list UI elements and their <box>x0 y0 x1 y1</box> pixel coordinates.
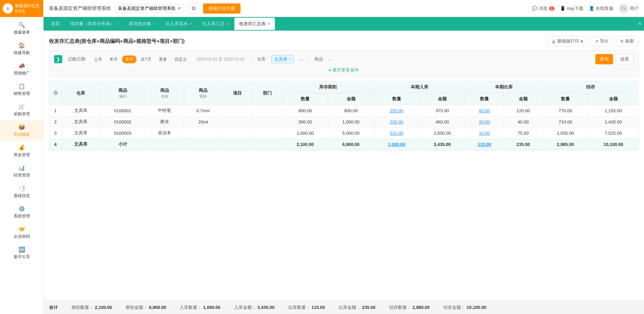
experience-btn[interactable]: 体验行业方案 <box>203 3 241 14</box>
query-label: 查询 <box>600 56 609 62</box>
th-gear[interactable]: ⚙ <box>49 81 62 105</box>
tab-home[interactable]: 首页 <box>46 18 65 30</box>
user-menu[interactable]: Ea 用户 <box>619 4 639 13</box>
gear-button[interactable]: ⚙ <box>188 3 199 14</box>
tab-inout-sum[interactable]: 出入库汇总 × <box>198 18 234 30</box>
subtotal-in-qty[interactable]: 1,000.00 <box>374 139 419 150</box>
tab-stock-dist-close[interactable]: × <box>116 21 119 26</box>
tab-batch-close[interactable]: × <box>153 21 155 26</box>
th-group-opening: 库存期初 <box>282 81 374 93</box>
date-btn-this-month[interactable]: 本月 <box>106 55 121 63</box>
row1-dept <box>252 105 282 116</box>
sidebar-item-purchase[interactable]: 🛒 采购管理 <box>0 100 43 120</box>
marketing-icon: 📣 <box>18 63 25 69</box>
tab-inout-flow[interactable]: 出入库流水 × <box>161 18 197 30</box>
sidebar-item-corp[interactable]: 🤝 企业协同 <box>0 222 43 243</box>
table-gear-icon[interactable]: ⚙ <box>53 90 58 96</box>
tab-inout-flow-close[interactable]: × <box>190 21 192 26</box>
date-btn-last-month[interactable]: 上月 <box>91 55 105 63</box>
row1-out-qty[interactable]: 80.00 <box>465 105 504 116</box>
sidebar-item-system[interactable]: ⚙️ 系统管理 <box>0 202 43 222</box>
goods-more[interactable]: ··· <box>329 56 332 63</box>
subtotal-bal-amt: 10,100.00 <box>588 139 638 150</box>
date-btn-custom[interactable]: 自定义 <box>171 55 190 63</box>
sidebar-item-finance[interactable]: 💰 资金管理 <box>0 141 43 161</box>
row1-code: 0100001 <box>100 105 145 116</box>
sidebar-item-quick-label: 快捷导航 <box>14 50 30 56</box>
app-icon: 📱 <box>560 6 565 11</box>
tabs-bar: 首页 现存量（库存分布表） × 库存批次账 × 出入库流水 × 出入库汇总 × … <box>44 17 644 31</box>
user-label: 用户 <box>630 5 639 12</box>
th-group-in: 本期入库 <box>374 81 465 93</box>
sidebar-item-sales[interactable]: 📋 销售管理 <box>0 80 43 100</box>
inventory-icon: 📦 <box>18 124 25 130</box>
print-icon: 🖨 <box>551 39 556 44</box>
row3-in-qty[interactable]: 520.00 <box>374 128 419 139</box>
sidebar-nav: 🔍 搜索菜单 🏠 快捷导航 📣 营销推广 📋 销售管理 🛒 采购管理 📦 库存核… <box>0 17 43 314</box>
sidebar-item-quick[interactable]: 🏠 快捷导航 <box>0 39 43 59</box>
row1-out-amt: 120.00 <box>504 105 543 116</box>
settings-btn[interactable]: 设置 <box>616 54 633 64</box>
sidebar-item-guide[interactable]: 🆕 新手引导 <box>0 243 43 263</box>
tab-recv-sum[interactable]: 收发存汇总表 × <box>234 18 275 30</box>
system-select[interactable]: 装备及固定资产辅助管理系统 <box>115 4 184 13</box>
warehouse-more[interactable]: ··· <box>299 56 302 63</box>
date-btn-more[interactable]: 更多 <box>156 55 170 63</box>
sidebar-item-search[interactable]: 🔍 搜索菜单 <box>0 18 43 39</box>
close-all-tabs[interactable]: × <box>638 21 641 27</box>
row2-out-qty[interactable]: 20.00 <box>465 116 504 128</box>
row3-project <box>222 128 252 139</box>
table-row: 3 文具库 0100003 采访本 1,000.00 5,000.00 520.… <box>49 128 638 139</box>
date-label: 记账日期 <box>68 56 85 62</box>
row3-in-amt: 2,600.00 <box>419 128 465 139</box>
th-dept: 部门 <box>252 81 282 105</box>
subtotal-out-amt: 235.00 <box>504 139 543 150</box>
tab-batch[interactable]: 库存批次账 × <box>124 18 160 30</box>
subtotal-warehouse: 文具库 <box>62 139 100 150</box>
topbar: 装备及固定资产辅助管理系统 装备及固定资产辅助管理系统 ⚙ 体验行业方案 💬 消… <box>44 0 644 17</box>
row2-in-qty[interactable]: 230.00 <box>374 116 419 128</box>
subtotal-open-amt: 6,900.00 <box>328 139 374 150</box>
warehouse-tag: 文具库 × <box>271 55 294 63</box>
row1-in-qty[interactable]: 250.00 <box>374 105 419 116</box>
date-btn-7days[interactable]: 近7天 <box>138 55 154 63</box>
refresh-btn[interactable]: ↻ 刷新 <box>616 36 639 46</box>
message-button[interactable]: 💬 消息 6 <box>532 5 555 12</box>
system-icon: ⚙️ <box>18 205 25 212</box>
total-out-amt: 235.00 <box>362 305 376 310</box>
total-in-qty: 1,000.00 <box>203 305 220 310</box>
date-btn-this-year[interactable]: 本年 <box>122 55 136 63</box>
row3-out-amt: 75.00 <box>504 128 543 139</box>
export-btn[interactable]: ↗ 导出 <box>590 36 613 46</box>
warehouse-tag-close[interactable]: × <box>289 57 291 61</box>
subtotal-out-qty[interactable]: 115.00 <box>465 139 504 150</box>
logo-icon: 6 <box>3 3 13 14</box>
tab-stock-dist[interactable]: 现存量（库存分布表） × <box>65 18 123 30</box>
expand-conditions[interactable]: ▾ 展开更多条件 <box>54 67 633 73</box>
sidebar-item-operation-label: 经营管理 <box>14 172 30 178</box>
filter-toggle[interactable]: ❯ <box>54 55 62 63</box>
data-table-wrap: ⚙ 仓库 商品编码 商品名称 商品规格 项目 部门 库存期初 本期入库 本期出库… <box>49 81 639 150</box>
app-download-button[interactable]: 📱 App下载 <box>560 5 583 12</box>
row2-name: 胶水 <box>146 116 184 128</box>
query-btn[interactable]: 查询 <box>595 54 613 64</box>
tab-recv-sum-close[interactable]: × <box>268 21 270 26</box>
service-icon: 👤 <box>589 6 594 11</box>
row3-out-qty[interactable]: 15.00 <box>465 128 504 139</box>
warehouse-label: 仓库 <box>257 56 266 62</box>
sidebar-item-operation[interactable]: 📊 经营管理 <box>0 161 43 182</box>
sidebar-item-inventory[interactable]: 📦 库存核算 <box>0 120 43 141</box>
sidebar-item-base[interactable]: 📑 基础信息 <box>0 182 43 202</box>
th-open-amt: 金额 <box>328 93 374 105</box>
sidebar-item-marketing[interactable]: 📣 营销推广 <box>0 59 43 80</box>
th-out-qty: 数量 <box>465 93 504 105</box>
row3-open-amt: 5,000.00 <box>328 128 374 139</box>
print-btn[interactable]: 🖨 拨镜版打印 ▾ <box>547 36 588 46</box>
online-service-button[interactable]: 👤 在线客服 <box>589 5 613 12</box>
tab-inout-sum-close[interactable]: × <box>227 21 229 26</box>
tab-stock-dist-label: 现存量（库存分布表） <box>70 21 114 27</box>
row2-bal-amt: 1,420.00 <box>588 116 638 128</box>
app-download-label: App下载 <box>567 5 583 12</box>
bottom-total: 合计 期初数量： 2,100.00 期初金额： 6,900.00 入库数量： 1… <box>49 304 486 311</box>
filter-row-1: ❯ 记账日期 上月 本月 本年 近7天 更多 自定义 2023-01-01 至 … <box>54 54 633 64</box>
